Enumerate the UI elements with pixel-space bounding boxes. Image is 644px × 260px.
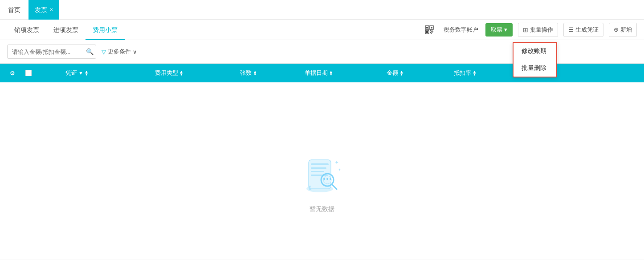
take-ticket-label: 取票 <box>491 26 502 34</box>
chevron-down-icon: ∨ <box>133 49 137 55</box>
th-rate[interactable]: 抵扣率 ▲▼ <box>430 69 500 77</box>
svg-rect-8 <box>430 32 431 33</box>
th-count[interactable]: 张数 ▲▼ <box>220 69 277 77</box>
top-nav: 首页 发票 × <box>0 0 644 20</box>
invoice-tab-label: 发票 <box>35 0 47 20</box>
batch-op-icon: ⊞ <box>523 26 528 33</box>
th-amount[interactable]: 金额 ▲▼ <box>360 69 430 77</box>
voucher-sort[interactable]: ▲▼ <box>85 70 89 76</box>
th-date-label: 单据日期 <box>305 69 328 77</box>
th-expense-label: 费用类型 <box>155 69 178 77</box>
tax-digital-button[interactable]: 税务数字账户 <box>442 26 480 34</box>
gen-voucher-label: 生成凭证 <box>575 26 599 34</box>
modify-period-item[interactable]: 修改账期 <box>514 43 556 60</box>
take-ticket-button[interactable]: 取票 ▾ <box>485 23 513 37</box>
new-add-button[interactable]: ⊕ 新增 <box>609 23 637 37</box>
svg-text:✦: ✦ <box>334 159 339 166</box>
gen-voucher-icon: ☰ <box>568 26 574 33</box>
svg-rect-18 <box>311 175 328 176</box>
svg-rect-6 <box>430 30 431 31</box>
th-count-label: 张数 <box>240 69 252 77</box>
voucher-filter-icon: ▼ <box>78 70 83 76</box>
svg-rect-12 <box>431 33 432 34</box>
tab-jinxiang[interactable]: 进项发票 <box>46 20 86 40</box>
svg-text:✦: ✦ <box>338 168 341 172</box>
th-rate-label: 抵扣率 <box>454 69 471 77</box>
svg-rect-7 <box>432 30 432 31</box>
search-icon[interactable]: 🔍 <box>86 48 94 55</box>
th-gear[interactable]: ⚙ <box>4 70 21 77</box>
th-voucher-label: 凭证 <box>65 69 77 77</box>
svg-rect-11 <box>432 31 433 32</box>
svg-rect-17 <box>311 171 324 172</box>
search-input[interactable] <box>7 45 96 59</box>
invoice-tab-close[interactable]: × <box>50 0 53 20</box>
secondary-tab-bar: 销项发票 进项发票 费用小票 税务数字账户 取票 <box>0 20 644 40</box>
svg-point-24 <box>330 178 331 180</box>
batch-op-button[interactable]: ⊞ 批量操作 <box>518 23 558 37</box>
amount-sort[interactable]: ▲▼ <box>399 70 404 76</box>
search-wrap: 🔍 <box>7 45 96 59</box>
empty-illustration: ✦ ✦ <box>295 146 349 200</box>
svg-rect-3 <box>431 27 432 28</box>
take-ticket-arrow: ▾ <box>504 26 507 33</box>
th-expense-type[interactable]: 费用类型 ▲▼ <box>118 69 220 77</box>
qr-icon-button[interactable] <box>422 23 436 37</box>
svg-rect-15 <box>311 163 329 165</box>
rate-sort[interactable]: ▲▼ <box>473 70 477 76</box>
tab-xiaoxiang[interactable]: 销项发票 <box>7 20 46 40</box>
funnel-icon: ▽ <box>102 49 106 55</box>
th-checkbox[interactable] <box>21 70 36 76</box>
svg-point-23 <box>326 178 328 180</box>
svg-rect-9 <box>432 32 432 33</box>
gear-icon: ⚙ <box>10 70 15 77</box>
invoice-tab[interactable]: 发票 × <box>29 0 59 20</box>
select-all-checkbox[interactable] <box>25 70 32 76</box>
qr-icon <box>424 25 434 35</box>
tab-bar-left: 销项发票 进项发票 费用小票 <box>7 20 125 40</box>
new-add-label: 新增 <box>620 26 632 34</box>
date-sort[interactable]: ▲▼ <box>329 70 333 76</box>
svg-rect-16 <box>311 167 326 169</box>
th-date[interactable]: 单据日期 ▲▼ <box>277 69 360 77</box>
empty-state: ✦ ✦ 暂无数据 <box>0 82 644 260</box>
th-voucher[interactable]: 凭证 ▼ ▲▼ <box>36 69 118 77</box>
no-data-illustration: ✦ ✦ <box>295 146 349 200</box>
svg-point-22 <box>323 178 325 180</box>
home-nav-item[interactable]: 首页 <box>0 0 29 20</box>
expense-sort[interactable]: ▲▼ <box>179 70 183 76</box>
more-conditions-button[interactable]: ▽ 更多条件 ∨ <box>102 48 137 56</box>
batch-delete-item[interactable]: 批量删除 <box>514 60 556 77</box>
svg-rect-5 <box>426 31 428 33</box>
svg-rect-1 <box>426 27 428 28</box>
gen-voucher-button[interactable]: ☰ 生成凭证 <box>563 23 603 37</box>
tab-bar-right: 税务数字账户 取票 ▾ ⊞ 批量操作 ☰ 生成凭证 ⊕ 新增 <box>422 23 637 37</box>
th-amount-label: 金额 <box>387 69 398 77</box>
new-add-icon: ⊕ <box>614 26 619 33</box>
empty-text: 暂无数据 <box>310 205 334 213</box>
tab-feiyong[interactable]: 费用小票 <box>86 20 125 40</box>
svg-rect-10 <box>431 31 432 32</box>
batch-op-dropdown: 修改账期 批量删除 <box>513 42 557 77</box>
count-sort[interactable]: ▲▼ <box>253 70 257 76</box>
batch-op-label: 批量操作 <box>530 26 553 34</box>
more-conditions-label: 更多条件 <box>108 48 131 56</box>
